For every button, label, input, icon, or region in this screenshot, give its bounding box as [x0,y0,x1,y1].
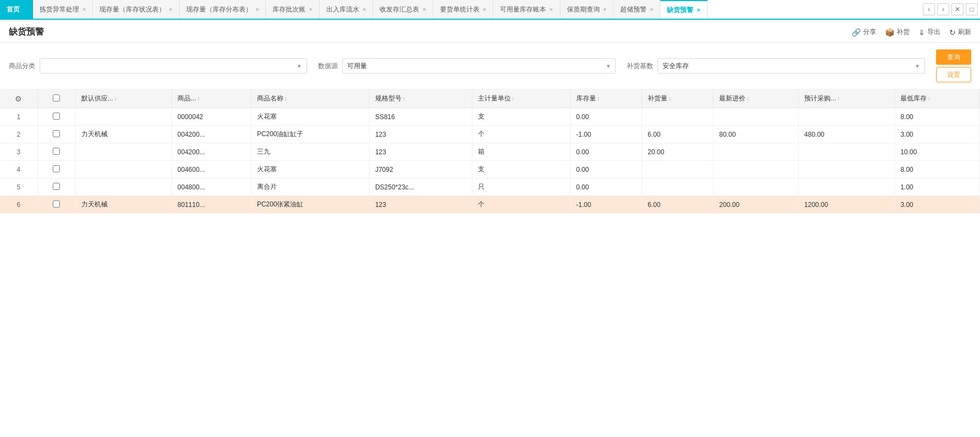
tab-10-label: 超储预警 [620,5,647,14]
tab-close-all-button[interactable]: ✕ [951,3,964,15]
tab-2[interactable]: 现存量（库存状况表） × [93,0,179,19]
tab-11-close[interactable]: × [697,7,700,13]
table-row: 3 004200... 三九 123 箱 0.00 20.00 10.00 [0,143,980,161]
tab-4-label: 库存批次账 [272,5,305,14]
th-unit-label: 主计量单位 [478,94,511,102]
tab-10[interactable]: 超储预警 × [614,0,660,19]
tab-maximize-button[interactable]: □ [966,3,978,15]
th-latest-price[interactable]: 最新进价↕ [714,89,799,108]
row-checkbox-cell-4[interactable] [37,161,75,178]
th-name-label: 商品名称 [257,94,283,102]
refresh-icon: ↻ [949,28,956,37]
row-est-purchase-1 [799,108,895,126]
row-latest-price-5 [714,178,799,196]
tab-bar: 首页 拣货异常处理 × 现存量（库存状况表） × 现存量（库存分布表） × 库存… [0,0,980,20]
tab-5-label: 出入库流水 [326,5,359,14]
datasource-select[interactable]: 可用量 ▼ [342,58,616,74]
main-content: 缺货预警 🔗 分享 📦 补货 ⇓ 导出 ↻ 刷新 商品分类 [0,20,980,437]
tab-11[interactable]: 缺货预警 × [660,0,707,19]
unit-sort-icon: ↕ [512,96,515,102]
row-checkbox-3[interactable] [53,148,60,155]
filter-actions: 查询 设置 [936,49,971,82]
row-checkbox-cell-2[interactable] [37,126,75,143]
th-unit[interactable]: 主计量单位↕ [472,89,570,108]
refresh-button[interactable]: ↻ 刷新 [949,27,971,37]
tab-6[interactable]: 收发存汇总表 × [373,0,433,19]
row-checkbox-cell-5[interactable] [37,178,75,196]
share-button[interactable]: 🔗 分享 [851,27,876,37]
supplier-sort-icon: ↕ [114,96,117,102]
export-button[interactable]: ⇓ 导出 [918,27,940,37]
th-stock[interactable]: 库存量↕ [570,89,642,108]
row-checkbox-cell-1[interactable] [37,108,75,126]
refresh-label: 刷新 [958,27,971,37]
th-min-stock[interactable]: 最低库存↕ [895,89,980,108]
row-latest-price-6: 200.00 [714,196,799,214]
row-checkbox-1[interactable] [53,113,60,120]
tab-3[interactable]: 现存量（库存分布表） × [180,0,266,19]
tab-prev-button[interactable]: ‹ [923,3,935,15]
th-name[interactable]: 商品名称↕ [251,89,369,108]
th-replenish[interactable]: 补货量↕ [642,89,714,108]
tab-1-close[interactable]: × [82,6,86,13]
th-code[interactable]: 商品...↕ [172,89,252,108]
tab-4-close[interactable]: × [309,6,312,13]
th-checkbox[interactable] [37,89,75,108]
row-spec-6: 123 [369,196,472,214]
page-title: 缺货预警 [9,26,44,38]
row-unit-3: 箱 [472,143,570,161]
filter-bar: 商品分类 ▼ 数据源 可用量 ▼ 补货基数 安全库存 ▼ 查询 设置 [0,43,980,89]
th-spec[interactable]: 规格型号↕ [369,89,472,108]
query-button[interactable]: 查询 [936,49,971,65]
th-stock-label: 库存量 [576,94,596,102]
category-select[interactable]: ▼ [40,58,307,74]
row-spec-5: DS250*23c... [369,178,472,196]
tab-10-close[interactable]: × [650,6,653,13]
row-checkbox-6[interactable] [53,200,60,208]
tab-home[interactable]: 首页 [0,0,33,19]
th-est-purchase[interactable]: 预计采购...↕ [799,89,895,108]
tab-7-close[interactable]: × [483,6,486,13]
row-code-4: 004600... [172,161,252,178]
tab-next-button[interactable]: › [937,3,949,15]
tab-2-close[interactable]: × [169,6,172,13]
tab-3-close[interactable]: × [255,6,259,13]
table-header-row: ⚙ 默认供应...↕ 商品...↕ 商品名称↕ 规格型号↕ 主计量单位↕ 库存量… [0,89,980,108]
row-code-6: 801110... [172,196,252,214]
row-stock-2: -1.00 [570,126,642,143]
select-all-checkbox[interactable] [53,94,60,102]
tab-6-close[interactable]: × [422,6,426,13]
row-checkbox-cell-6[interactable] [37,196,75,214]
row-checkbox-5[interactable] [53,183,60,190]
row-checkbox-cell-3[interactable] [37,143,75,161]
tab-7[interactable]: 要货单统计表 × [433,0,493,19]
tab-5[interactable]: 出入库流水 × [320,0,373,19]
settings-button[interactable]: 设置 [936,67,971,82]
row-checkbox-2[interactable] [53,130,60,137]
th-settings[interactable]: ⚙ [0,89,37,108]
tab-1[interactable]: 拣货异常处理 × [33,0,93,19]
category-arrow-icon: ▼ [297,63,302,69]
tab-9-close[interactable]: × [603,6,606,13]
row-checkbox-4[interactable] [53,165,60,172]
row-name-2: PC200油缸缸子 [251,126,369,143]
row-est-purchase-4 [799,161,895,178]
tab-8[interactable]: 可用量库存账本 × [493,0,560,19]
export-label: 导出 [927,27,940,37]
row-stock-5: 0.00 [570,178,642,196]
th-replenish-label: 补货量 [648,94,667,102]
tab-9[interactable]: 保质期查询 × [560,0,614,19]
tab-5-close[interactable]: × [363,6,366,13]
row-min-stock-2: 3.00 [895,126,980,143]
replenish-sort-icon: ↕ [669,96,671,102]
row-stock-6: -1.00 [570,196,642,214]
gear-icon[interactable]: ⚙ [15,94,22,103]
tab-8-close[interactable]: × [549,6,553,13]
tab-4[interactable]: 库存批次账 × [266,0,319,19]
datasource-arrow-icon: ▼ [605,63,611,69]
replenish-base-select[interactable]: 安全库存 ▼ [658,58,925,74]
replenish-button[interactable]: 📦 补货 [885,27,910,37]
table-body: 1 0000042 火花塞 SS816 支 0.00 8.00 2 力天机械 0… [0,108,980,214]
th-supplier[interactable]: 默认供应...↕ [75,89,171,108]
row-latest-price-4 [714,161,799,178]
